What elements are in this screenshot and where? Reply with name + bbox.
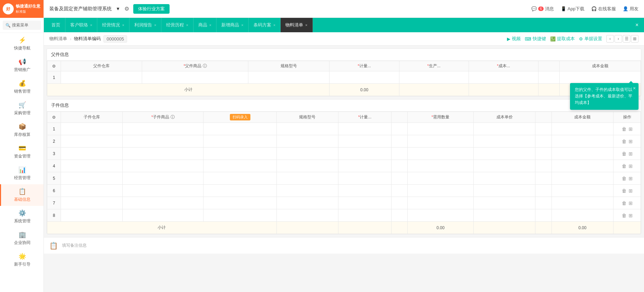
- child-row-2-quantity[interactable]: [407, 135, 473, 148]
- tab-operations-close[interactable]: ×: [122, 23, 124, 27]
- child-row-8-spec[interactable]: [276, 209, 338, 222]
- child-row-1-warehouse[interactable]: [61, 123, 123, 135]
- child-row-3-unit-cost[interactable]: [474, 148, 535, 160]
- delete-icon[interactable]: 🗑: [622, 139, 627, 144]
- tab-customer[interactable]: 客户联络 ×: [65, 18, 97, 32]
- delete-icon[interactable]: 🗑: [622, 200, 627, 206]
- child-row-3-quantity[interactable]: [407, 148, 473, 160]
- child-row-6-warehouse[interactable]: [61, 185, 123, 197]
- online-support-button[interactable]: 🎧 在线客服: [591, 6, 616, 12]
- child-row-1-quantity[interactable]: [407, 123, 473, 135]
- child-row-7-spec[interactable]: [276, 197, 338, 209]
- child-row-2-goods[interactable]: [123, 135, 203, 148]
- breadcrumb-bom-list[interactable]: 物料清单: [49, 36, 67, 42]
- copy-icon[interactable]: ⊞: [629, 188, 633, 194]
- copy-icon[interactable]: ⊞: [629, 126, 633, 132]
- scan-input-button[interactable]: 扫码录入: [230, 114, 250, 120]
- parent-col-settings[interactable]: ⚙: [47, 61, 61, 71]
- delete-icon[interactable]: 🗑: [622, 176, 627, 181]
- notes-icon[interactable]: 📋: [49, 242, 58, 250]
- search-menu-button[interactable]: 🔍 搜索菜单: [3, 21, 41, 30]
- child-row-6-unit[interactable]: [338, 185, 392, 197]
- child-row-2-unit[interactable]: [338, 135, 392, 148]
- copy-icon[interactable]: ⊞: [629, 213, 633, 218]
- child-row-7-quantity[interactable]: [407, 197, 473, 209]
- tab-home[interactable]: 首页: [47, 18, 65, 32]
- child-row-2-warehouse[interactable]: [61, 135, 123, 148]
- view-video-button[interactable]: ▶ 视频: [507, 36, 521, 42]
- delete-icon[interactable]: 🗑: [622, 151, 627, 156]
- parent-row-1-goods[interactable]: [142, 71, 248, 84]
- child-row-8-warehouse[interactable]: [61, 209, 123, 222]
- child-row-2-spec[interactable]: [276, 135, 338, 148]
- copy-icon[interactable]: ⊞: [629, 139, 633, 144]
- experience-button[interactable]: 体验行业方案: [133, 4, 170, 14]
- tooltip-close-button[interactable]: ×: [633, 84, 636, 92]
- child-row-3-spec[interactable]: [276, 148, 338, 160]
- child-row-6-spec[interactable]: [276, 185, 338, 197]
- settings-gear-icon[interactable]: ⚙: [124, 5, 129, 12]
- child-row-5-unit-cost[interactable]: [474, 172, 535, 185]
- sidebar-item-inventory[interactable]: 📦 库存核算: [0, 119, 44, 141]
- sidebar-item-system[interactable]: ⚙️ 系统管理: [0, 206, 44, 227]
- child-row-1-spec[interactable]: [276, 123, 338, 135]
- child-row-5-quantity[interactable]: [407, 172, 473, 185]
- tab-goods-close[interactable]: ×: [209, 23, 211, 27]
- tab-history-close[interactable]: ×: [186, 23, 188, 27]
- sidebar-item-sales[interactable]: 💰 销售管理: [0, 76, 44, 98]
- tab-history[interactable]: 经营历程 ×: [161, 18, 193, 32]
- parent-row-1-unit[interactable]: [330, 71, 399, 84]
- copy-icon[interactable]: ⊞: [629, 176, 633, 181]
- shortcut-button[interactable]: ⌨ 快捷键: [525, 36, 546, 42]
- sidebar-item-basic-info[interactable]: 📋 基础信息: [0, 184, 44, 206]
- nav-prev-button[interactable]: ‹: [606, 35, 614, 43]
- child-row-4-unit[interactable]: [338, 160, 392, 172]
- child-row-4-unit-cost[interactable]: [474, 160, 535, 172]
- child-row-5-unit[interactable]: [338, 172, 392, 185]
- child-row-7-goods[interactable]: [123, 197, 203, 209]
- child-row-6-unit-cost[interactable]: [474, 185, 535, 197]
- nav-menu-button[interactable]: ☰: [623, 35, 630, 43]
- tab-profit[interactable]: 利润报告 ×: [129, 18, 161, 32]
- sidebar-item-purchase[interactable]: 🛒 采购管理: [0, 98, 44, 119]
- child-row-6-quantity[interactable]: [407, 185, 473, 197]
- child-row-7-unit-cost[interactable]: [474, 197, 535, 209]
- tab-goods[interactable]: 商品 ×: [194, 18, 216, 32]
- sidebar-item-operations[interactable]: 📊 经营管理: [0, 163, 44, 184]
- tab-barcode-close[interactable]: ×: [273, 23, 275, 27]
- child-row-5-spec[interactable]: [276, 172, 338, 185]
- child-row-8-unit[interactable]: [338, 209, 392, 222]
- nav-next-button[interactable]: ›: [615, 35, 622, 43]
- app-download-button[interactable]: 📱 App下载: [561, 6, 584, 12]
- child-row-5-warehouse[interactable]: [61, 172, 123, 185]
- child-row-5-goods[interactable]: [123, 172, 203, 185]
- tab-customer-close[interactable]: ×: [90, 23, 92, 27]
- delete-icon[interactable]: 🗑: [622, 163, 627, 169]
- child-row-1-unit[interactable]: [338, 123, 392, 135]
- sidebar-item-enterprise[interactable]: 🏢 企业协同: [0, 227, 44, 249]
- tab-barcode[interactable]: 条码方案 ×: [249, 18, 281, 32]
- tab-bom[interactable]: 物料清单 ×: [281, 18, 312, 32]
- copy-icon[interactable]: ⊞: [629, 200, 633, 206]
- user-avatar[interactable]: 👤 用友: [623, 6, 639, 12]
- tab-profit-close[interactable]: ×: [154, 23, 156, 27]
- tab-new-goods[interactable]: 新增商品 ×: [216, 18, 248, 32]
- sidebar-item-marketing[interactable]: 📢 营销推广: [0, 55, 44, 76]
- child-row-3-goods[interactable]: [123, 148, 203, 160]
- message-button[interactable]: 💬 6 消息: [531, 6, 554, 12]
- delete-icon[interactable]: 🗑: [622, 213, 627, 218]
- child-row-4-warehouse[interactable]: [61, 160, 123, 172]
- notes-placeholder[interactable]: 填写备注信息: [62, 243, 87, 248]
- child-row-7-unit[interactable]: [338, 197, 392, 209]
- sidebar-item-quick-nav[interactable]: ⚡ 快捷导航: [0, 33, 44, 55]
- parent-row-1-spec[interactable]: [248, 71, 330, 84]
- tab-operations[interactable]: 经营情况 ×: [97, 18, 129, 32]
- child-col-settings[interactable]: ⚙: [47, 112, 61, 123]
- child-row-8-unit-cost[interactable]: [474, 209, 535, 222]
- sidebar-item-guide[interactable]: 🌟 新手引导: [0, 249, 44, 271]
- copy-icon[interactable]: ⊞: [629, 151, 633, 156]
- system-select-dropdown[interactable]: ▼: [116, 6, 120, 11]
- tab-bom-close[interactable]: ×: [305, 23, 307, 27]
- child-row-8-quantity[interactable]: [407, 209, 473, 222]
- parent-row-1-cost[interactable]: [469, 71, 538, 84]
